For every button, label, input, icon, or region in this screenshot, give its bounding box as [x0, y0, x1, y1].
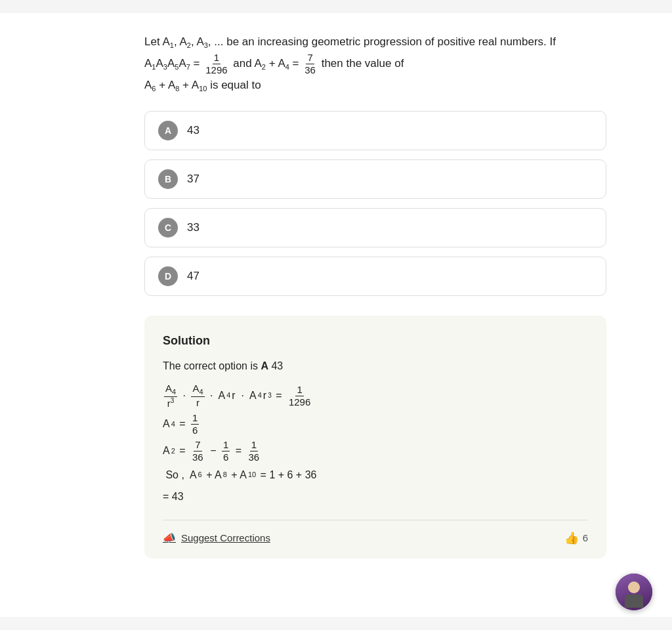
- option-c[interactable]: C 33: [144, 208, 606, 247]
- option-b-badge: B: [158, 169, 178, 189]
- math-line-4: So , A6 + A8 + A10 = 1 + 6 + 36: [163, 466, 588, 485]
- option-b[interactable]: B 37: [144, 159, 606, 199]
- math-line-3: A2 = 736 − 16 = 136: [163, 439, 588, 463]
- option-a-value: 43: [187, 124, 200, 137]
- math-line-5: = 43: [163, 488, 588, 507]
- option-d-value: 47: [187, 270, 200, 283]
- avatar-person: [623, 579, 644, 610]
- avatar-body: [625, 595, 643, 608]
- solution-box: Solution The correct option is A 43 A4r3…: [144, 316, 606, 558]
- option-d-badge: D: [158, 266, 178, 286]
- megaphone-icon: 📣: [163, 532, 176, 544]
- question-text: Let A1, A2, A3, ... be an increasing geo…: [144, 33, 606, 95]
- page-container: Let A1, A2, A3, ... be an increasing geo…: [0, 13, 672, 617]
- option-d[interactable]: D 47: [144, 257, 606, 296]
- math-line-2: A4 = 16: [163, 412, 588, 436]
- solution-body: The correct option is A 43 A4r3 · A4r · …: [163, 357, 588, 507]
- like-count: 6: [583, 532, 588, 543]
- suggest-corrections-label: Suggest Corrections: [181, 532, 270, 543]
- avatar-inner: [616, 574, 652, 610]
- math-line-1: A4r3 · A4r · A4r · A4r3 = 11296: [163, 383, 588, 410]
- option-c-badge: C: [158, 218, 178, 238]
- options-list: A 43 B 37 C 33 D 47: [144, 111, 606, 296]
- option-a[interactable]: A 43: [144, 111, 606, 150]
- option-c-value: 33: [187, 221, 200, 234]
- like-section: 👍 6: [564, 531, 588, 545]
- correct-option-line: The correct option is A 43: [163, 357, 588, 376]
- option-b-value: 37: [187, 173, 200, 186]
- thumbs-up-icon[interactable]: 👍: [564, 531, 579, 545]
- option-a-badge: A: [158, 121, 178, 140]
- avatar-bubble[interactable]: [616, 574, 652, 610]
- suggest-corrections-button[interactable]: 📣 Suggest Corrections: [163, 532, 270, 544]
- solution-title: Solution: [163, 334, 588, 348]
- solution-footer: 📣 Suggest Corrections 👍 6: [163, 520, 588, 545]
- avatar-head: [628, 581, 640, 593]
